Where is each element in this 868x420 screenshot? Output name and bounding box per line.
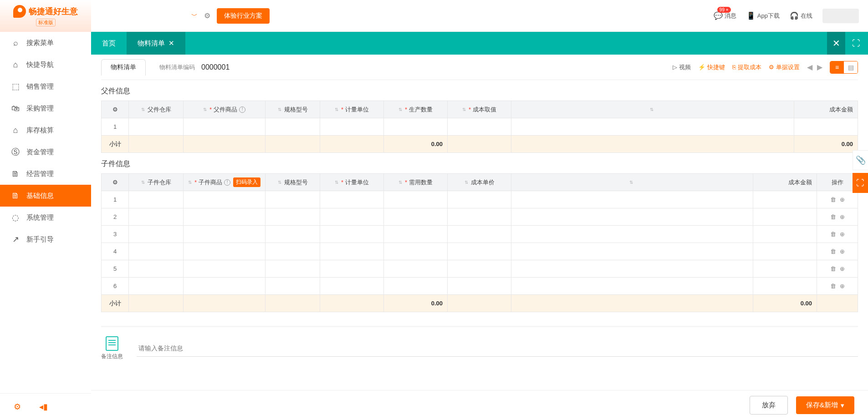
cell[interactable]: [448, 226, 511, 243]
cell[interactable]: [129, 118, 184, 136]
messages-link[interactable]: 💬 消息 99 +: [714, 11, 736, 20]
sidebar-item-guide[interactable]: ↗新手引导: [0, 228, 91, 250]
cell[interactable]: [129, 260, 184, 278]
cell[interactable]: [184, 243, 266, 260]
add-icon[interactable]: ⊕: [840, 265, 845, 272]
cell[interactable]: [753, 260, 817, 278]
cell[interactable]: [384, 278, 448, 295]
col-child-warehouse[interactable]: ⇅子件仓库: [129, 174, 184, 191]
sidebar-item-operation[interactable]: 🗎经营管理: [0, 163, 91, 185]
notes-input[interactable]: [137, 340, 858, 357]
close-icon[interactable]: ✕: [168, 39, 174, 47]
org-dropdown[interactable]: ﹀: [109, 12, 198, 20]
document-tab[interactable]: 物料清单: [101, 59, 146, 76]
cell[interactable]: [384, 260, 448, 278]
cell[interactable]: [184, 260, 266, 278]
cell[interactable]: [511, 208, 753, 226]
tab-bom[interactable]: 物料清单 ✕: [127, 32, 185, 55]
cell[interactable]: [266, 208, 320, 226]
cell[interactable]: [129, 226, 184, 243]
table-row[interactable]: 2🗑⊕: [102, 208, 858, 226]
cell[interactable]: [511, 226, 753, 243]
cell[interactable]: [266, 278, 320, 295]
sidebar-item-quicknav[interactable]: ⌂快捷导航: [0, 54, 91, 76]
view-list-button[interactable]: ≡: [830, 61, 844, 73]
cell[interactable]: [448, 208, 511, 226]
fullscreen-button[interactable]: ⛶: [853, 173, 868, 193]
delete-icon[interactable]: 🗑: [830, 231, 836, 238]
cell[interactable]: [448, 191, 511, 208]
cell[interactable]: [753, 191, 817, 208]
scan-input-button[interactable]: 扫码录入: [233, 177, 260, 187]
cell[interactable]: [184, 278, 266, 295]
delete-icon[interactable]: 🗑: [830, 213, 836, 220]
sidebar-item-search[interactable]: ⌕搜索菜单: [0, 32, 91, 54]
cell[interactable]: [384, 243, 448, 260]
cell[interactable]: [448, 260, 511, 278]
cell[interactable]: [320, 278, 384, 295]
col-cost-method[interactable]: ⇅*成本取值: [448, 101, 511, 118]
online-support-link[interactable]: 🎧 在线: [790, 11, 812, 20]
add-icon[interactable]: ⊕: [840, 248, 845, 255]
sidebar-item-inventory[interactable]: ⌂库存核算: [0, 119, 91, 141]
shortcut-link[interactable]: ⚡快捷键: [698, 63, 725, 71]
table-row[interactable]: 1: [102, 118, 858, 136]
col-unit[interactable]: ⇅*计量单位: [320, 101, 384, 118]
cell[interactable]: [753, 226, 817, 243]
cell[interactable]: [753, 278, 817, 295]
view-grid-button[interactable]: ▤: [844, 61, 858, 73]
video-link[interactable]: ▷视频: [673, 63, 691, 71]
col-spec[interactable]: ⇅规格型号: [266, 101, 320, 118]
col-need-qty[interactable]: ⇅*需用数量: [384, 174, 448, 191]
cell[interactable]: [129, 278, 184, 295]
add-icon[interactable]: ⊕: [840, 283, 845, 289]
close-all-button[interactable]: ✕: [827, 32, 845, 55]
cell[interactable]: [129, 191, 184, 208]
delete-icon[interactable]: 🗑: [830, 248, 836, 255]
cell[interactable]: [266, 243, 320, 260]
next-icon[interactable]: ▶: [817, 63, 822, 71]
cell[interactable]: [384, 191, 448, 208]
cell[interactable]: [320, 191, 384, 208]
col-qty[interactable]: ⇅*生产数量: [384, 101, 448, 118]
cell[interactable]: [511, 260, 753, 278]
col-gear[interactable]: ⚙: [102, 174, 129, 191]
cell[interactable]: [511, 118, 794, 136]
cell[interactable]: [266, 118, 320, 136]
add-icon[interactable]: ⊕: [840, 213, 845, 220]
promo-button[interactable]: 体验行业方案: [217, 8, 270, 24]
collapse-icon[interactable]: ◂▮: [39, 402, 48, 412]
col-spec[interactable]: ⇅规格型号: [266, 174, 320, 191]
cell[interactable]: [448, 278, 511, 295]
gear-icon[interactable]: ⚙: [204, 11, 210, 20]
tab-home[interactable]: 首页: [91, 32, 127, 55]
avatar[interactable]: [822, 9, 859, 23]
cell[interactable]: [384, 226, 448, 243]
cell[interactable]: [266, 260, 320, 278]
cell[interactable]: [266, 191, 320, 208]
col-cost-amount[interactable]: 成本金额: [794, 101, 858, 118]
cell[interactable]: [384, 118, 448, 136]
cell[interactable]: [266, 226, 320, 243]
cell[interactable]: [320, 226, 384, 243]
sidebar-item-system[interactable]: ◌系统管理: [0, 207, 91, 228]
cell[interactable]: [384, 208, 448, 226]
sidebar-item-sales[interactable]: ⬚销售管理: [0, 76, 91, 97]
cell[interactable]: [129, 208, 184, 226]
expand-button[interactable]: ⛶: [847, 32, 865, 55]
doc-settings-link[interactable]: ⚙单据设置: [769, 63, 800, 71]
cell[interactable]: [511, 243, 753, 260]
cell[interactable]: [448, 243, 511, 260]
cell[interactable]: [794, 118, 858, 136]
col-cost-amount[interactable]: 成本金额: [753, 174, 817, 191]
cell[interactable]: [320, 243, 384, 260]
table-row[interactable]: 4🗑⊕: [102, 243, 858, 260]
col-parent-product[interactable]: ⇅*父件商品!: [184, 101, 266, 118]
save-new-button[interactable]: 保存&新增▾: [796, 396, 854, 414]
delete-icon[interactable]: 🗑: [830, 196, 836, 203]
col-unit-cost[interactable]: ⇅成本单价: [448, 174, 511, 191]
cell[interactable]: [184, 208, 266, 226]
sidebar-item-funds[interactable]: Ⓢ资金管理: [0, 141, 91, 163]
cell[interactable]: [129, 243, 184, 260]
sidebar-item-basicinfo[interactable]: 🗎基础信息: [0, 185, 91, 207]
